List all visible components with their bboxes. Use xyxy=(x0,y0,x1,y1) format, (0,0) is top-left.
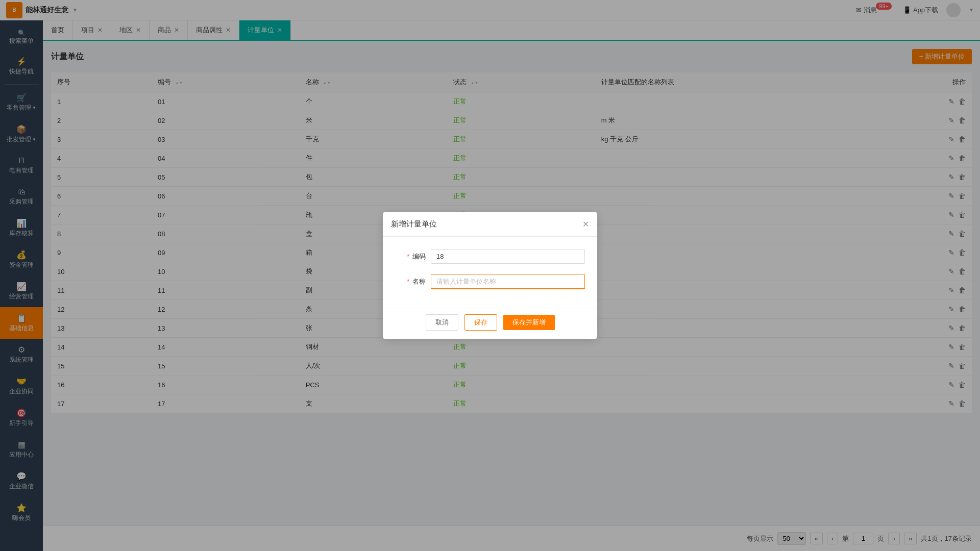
name-label: * 名称 xyxy=(395,277,426,286)
code-label-text: 编码 xyxy=(412,253,426,260)
code-label: * 编码 xyxy=(395,252,426,261)
dialog-header: 新增计量单位 ✕ xyxy=(383,212,597,237)
dialog-body: * 编码 * 名称 xyxy=(383,237,597,308)
code-required: * xyxy=(407,253,409,260)
save-and-new-button[interactable]: 保存并新增 xyxy=(503,315,555,330)
dialog-footer: 取消 保存 保存并新增 xyxy=(383,308,597,339)
cancel-button[interactable]: 取消 xyxy=(426,314,458,331)
name-label-text: 名称 xyxy=(412,278,426,285)
add-unit-dialog: 新增计量单位 ✕ * 编码 * 名称 取消 保存 保存并新增 xyxy=(383,212,597,339)
dialog-overlay[interactable]: 新增计量单位 ✕ * 编码 * 名称 取消 保存 保存并新增 xyxy=(0,0,980,551)
form-row-name: * 名称 xyxy=(395,274,585,289)
dialog-close-icon[interactable]: ✕ xyxy=(582,219,589,229)
name-input[interactable] xyxy=(431,274,585,289)
save-button[interactable]: 保存 xyxy=(464,314,497,331)
code-input[interactable] xyxy=(431,249,585,264)
name-required: * xyxy=(407,278,409,285)
form-row-code: * 编码 xyxy=(395,249,585,264)
dialog-title: 新增计量单位 xyxy=(391,219,437,229)
